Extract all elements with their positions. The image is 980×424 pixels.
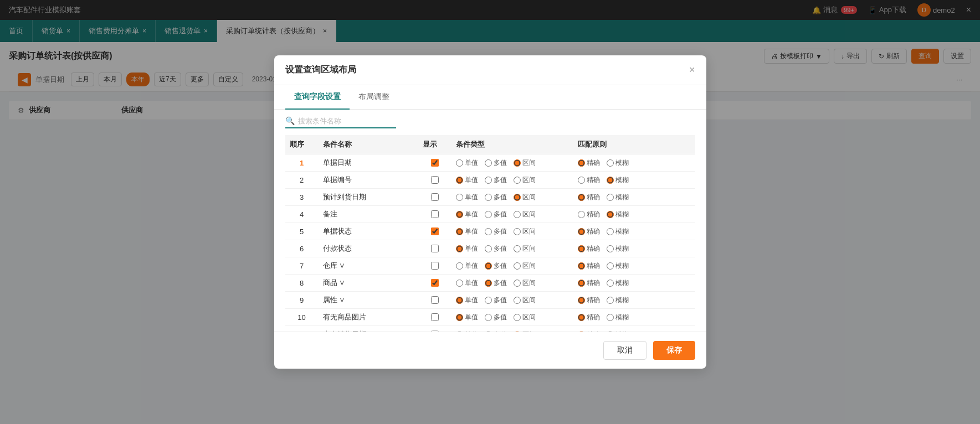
modal-header: 设置查询区域布局 × (274, 55, 706, 85)
modal-tab-layout[interactable]: 布局调整 (350, 85, 398, 110)
modal-search: 🔍 (274, 110, 706, 129)
search-input[interactable] (298, 117, 387, 125)
search-icon: 🔍 (285, 116, 295, 125)
modal-tab-query-fields[interactable]: 查询字段设置 (285, 85, 350, 110)
modal-tabs: 查询字段设置 布局调整 (274, 85, 706, 110)
modal-overlay[interactable]: 设置查询区域布局 × 查询字段设置 布局调整 🔍 顺序 条件名称 显示 (0, 0, 980, 129)
search-input-wrap: 🔍 (285, 116, 396, 128)
modal-close-button[interactable]: × (689, 64, 695, 76)
modal-title: 设置查询区域布局 (285, 64, 356, 76)
modal: 设置查询区域布局 × 查询字段设置 布局调整 🔍 顺序 条件名称 显示 (274, 55, 706, 129)
